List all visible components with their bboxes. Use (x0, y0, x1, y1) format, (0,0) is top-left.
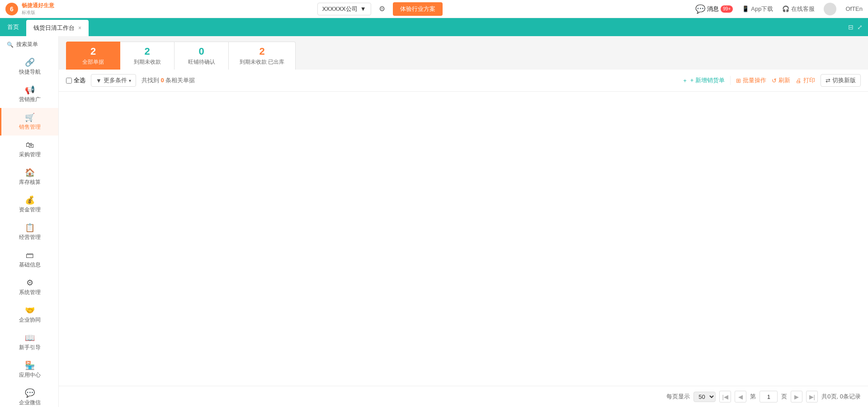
kucun-icon: 🏠 (25, 168, 35, 177)
qiye-icon: 🤝 (25, 306, 35, 314)
switch-icon: ⇄ (826, 77, 830, 84)
sidebar-item-yingxiao-label: 营销推广 (19, 96, 41, 103)
top-header: 6 畅捷通好生意 标准版 XXXXXX公司 ▼ ⚙ 体验行业方案 💬 消息 99… (0, 0, 868, 18)
headset-icon: 🎧 (782, 5, 789, 12)
header-center: XXXXXX公司 ▼ ⚙ 体验行业方案 (317, 2, 443, 16)
batch-btn-label: 批量操作 (743, 76, 766, 84)
sidebar-item-jichu[interactable]: 🗃 基础信息 (0, 246, 58, 273)
refresh-button[interactable]: ↺ 刷新 (772, 76, 790, 84)
print-icon: 🖨 (796, 77, 802, 84)
prev-page-button[interactable]: ◀ (735, 391, 746, 402)
search-icon: 🔍 (7, 42, 14, 48)
sidebar-item-yingyong-label: 应用中心 (19, 371, 41, 379)
message-button[interactable]: 💬 消息 99+ (695, 4, 733, 14)
per-page-select[interactable]: 50 (693, 392, 716, 402)
tab-worktable[interactable]: 钱货日清工作台 × (26, 20, 89, 36)
sidebar-item-zijin-label: 资金管理 (19, 206, 41, 214)
sidebar-item-jingying-label: 经营管理 (19, 234, 41, 241)
stat-wangpu-num: 0 (185, 46, 217, 57)
switch-btn-label: 切换新版 (832, 76, 856, 84)
sidebar-item-xinshou-label: 新手引导 (19, 344, 41, 351)
select-all-checkbox[interactable]: 全选 (66, 76, 85, 84)
tab-minimize-icon[interactable]: ⊟ (848, 23, 854, 31)
found-prefix: 共找到 (142, 77, 159, 84)
sidebar-item-weixin-label: 企业微信 (19, 399, 41, 407)
search-label: 搜索菜单 (16, 41, 38, 48)
message-badge: 99+ (721, 5, 733, 13)
online-service-button[interactable]: 🎧 在线客服 (782, 5, 815, 13)
caigou-icon: 🛍 (26, 141, 34, 149)
sidebar-item-xitong[interactable]: ⚙ 系统管理 (0, 273, 58, 301)
sidebar-item-xitong-label: 系统管理 (19, 289, 41, 296)
refresh-icon: ↺ (772, 77, 777, 84)
app-download-button[interactable]: 📱 App下载 (742, 5, 773, 13)
stat-all-num: 2 (77, 46, 109, 57)
tab-expand-icon[interactable]: ⤢ (857, 23, 863, 31)
app-download-label: App下载 (751, 5, 773, 13)
sidebar-item-yingxiao[interactable]: 📢 营销推广 (0, 80, 58, 108)
jingying-icon: 📋 (25, 224, 35, 232)
sidebar-item-caigou[interactable]: 🛍 采购管理 (0, 136, 58, 163)
toolbar: 全选 ▼ 更多条件 ▾ 共找到 0 条相关单据 + + 新增销货单 ⊞ (59, 70, 868, 92)
logo-subtitle: 标准版 (22, 9, 54, 16)
filter-button[interactable]: ▼ 更多条件 ▾ (91, 74, 136, 87)
refresh-btn-label: 刷新 (778, 76, 790, 84)
found-suffix: 条相关单据 (165, 77, 195, 84)
avatar[interactable] (824, 3, 836, 15)
page-input[interactable] (760, 391, 778, 402)
add-sale-order-button[interactable]: + + 新增销货单 (683, 76, 725, 84)
sidebar-item-xinshou[interactable]: 📖 新手引导 (0, 328, 58, 356)
tab-close-icon[interactable]: × (78, 25, 81, 31)
per-page-label: 每页显示 (666, 393, 690, 401)
xinshou-icon: 📖 (25, 334, 35, 342)
sidebar-item-xiaoshou[interactable]: 🛒 销售管理 (0, 108, 58, 136)
stat-shipped-num: 2 (240, 46, 284, 57)
switch-version-button[interactable]: ⇄ 切换新版 (821, 74, 861, 87)
stat-shipped-label: 到期未收款 已出库 (240, 58, 284, 66)
toolbar-right: + + 新增销货单 ⊞ 批量操作 ↺ 刷新 🖨 打印 ⇄ (683, 74, 861, 87)
tab-home[interactable]: 首页 (0, 18, 26, 36)
sidebar-item-zijin[interactable]: 💰 资金管理 (0, 191, 58, 218)
next-page-button[interactable]: ▶ (791, 391, 802, 402)
sidebar-item-kuaijie[interactable]: 🔗 快捷导航 (0, 53, 58, 80)
divider (730, 76, 731, 85)
stat-all-label: 全部单据 (77, 58, 109, 66)
weixin-icon: 💬 (25, 389, 35, 397)
settings-button[interactable]: ⚙ (376, 3, 388, 15)
sidebar-item-jingying[interactable]: 📋 经营管理 (0, 218, 58, 246)
filter-icon: ▼ (96, 77, 102, 84)
company-selector[interactable]: XXXXXX公司 ▼ (317, 3, 371, 15)
first-page-icon: |◀ (722, 393, 728, 400)
sidebar-item-caigou-label: 采购管理 (19, 151, 41, 159)
sidebar-item-kucun[interactable]: 🏠 库存核算 (0, 163, 58, 191)
sidebar-item-jichu-label: 基础信息 (19, 261, 41, 269)
content-area: 2 全部单据 2 到期未收款 0 旺铺待确认 2 到期未收款 已出库 全选 (59, 36, 868, 407)
trial-button[interactable]: 体验行业方案 (393, 2, 443, 16)
first-page-button[interactable]: |◀ (719, 391, 731, 402)
xiaoshou-icon: 🛒 (25, 113, 35, 122)
batch-icon: ⊞ (736, 77, 741, 84)
batch-operation-button[interactable]: ⊞ 批量操作 (736, 76, 766, 84)
username[interactable]: OfTEn (845, 5, 863, 12)
stat-tab-wangpu[interactable]: 0 旺铺待确认 (175, 42, 229, 70)
print-button[interactable]: 🖨 打印 (796, 76, 815, 84)
sidebar-item-yingyong[interactable]: 🏪 应用中心 (0, 356, 58, 384)
sidebar-item-qiye[interactable]: 🤝 企业协同 (0, 301, 58, 328)
company-name: XXXXXX公司 (322, 5, 358, 13)
zijin-icon: 💰 (25, 196, 35, 204)
checkbox-input[interactable] (66, 78, 72, 84)
sidebar-item-weixin[interactable]: 💬 企业微信 (0, 384, 58, 407)
stat-tab-shipped[interactable]: 2 到期未收款 已出库 (229, 42, 296, 70)
next-page-icon: ▶ (794, 393, 799, 400)
last-page-icon: ▶| (809, 393, 815, 400)
filter-chevron-icon: ▾ (129, 78, 131, 83)
tab-bar: 首页 钱货日清工作台 × ⊟ ⤢ (0, 18, 868, 36)
stat-tab-all[interactable]: 2 全部单据 (66, 42, 120, 70)
settings-icon: ⚙ (379, 5, 385, 13)
stat-tab-overdue[interactable]: 2 到期未收款 (120, 42, 175, 70)
sidebar-search[interactable]: 🔍 搜索菜单 (0, 36, 58, 53)
select-all-label: 全选 (74, 76, 85, 84)
logo-title: 畅捷通好生意 (22, 2, 54, 9)
plus-icon: + (683, 77, 687, 84)
last-page-button[interactable]: ▶| (806, 391, 818, 402)
